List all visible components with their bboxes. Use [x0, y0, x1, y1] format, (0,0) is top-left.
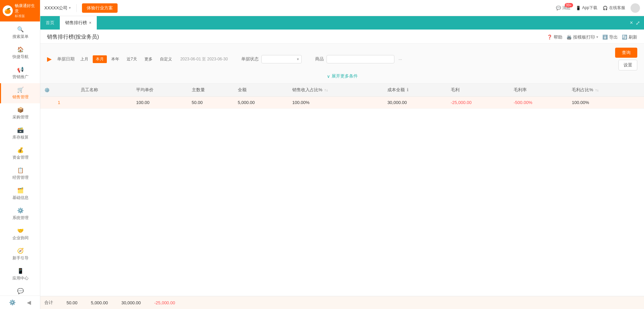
goods-dots[interactable]: ···	[398, 57, 402, 62]
print-icon: 🖨️	[566, 35, 572, 40]
sidebar: 🍊 畅康通好生意 标准版 🔍 搜索菜单 🏠 快捷导航 📢 营销推广 🛒 销售管理…	[0, 0, 40, 309]
page-actions: ❓ 帮助 🖨️ 按模板打印 ▾ ⬇️ 导出 🔄 刷新	[547, 34, 637, 40]
sidebar-item-wechat[interactable]: 💬 企业微信	[0, 285, 40, 296]
export-icon: ⬇️	[602, 35, 608, 40]
td-name	[77, 97, 132, 109]
td-gross: -25,000.00	[447, 97, 510, 109]
tabbar: 首页 销售排行榜 × × ⤢	[40, 16, 644, 30]
sort-icon: ↑↓	[324, 88, 328, 92]
table-footer: 合计 50.00 5,000.00 30,000.00 -25,000.00	[40, 296, 644, 309]
restore-window-icon[interactable]: ⤢	[636, 20, 640, 26]
tab-home-label: 首页	[46, 20, 54, 26]
message-button[interactable]: 💬 消息 99+	[556, 5, 570, 11]
td-total: 5,000.00	[234, 97, 288, 109]
filter-expand-arrow[interactable]: ▶	[47, 55, 52, 63]
filter-area: ▶ 单据日期 上月 本月 本年	[40, 44, 644, 84]
collapse-icon[interactable]: ◀	[27, 299, 31, 306]
purchase-icon: 📦	[17, 107, 24, 113]
message-icon: 💬	[556, 6, 561, 10]
sidebar-item-enterprise[interactable]: 🤝 企业协同	[0, 224, 40, 244]
th-avg-price: 平均单价	[132, 84, 187, 97]
help-button[interactable]: ❓ 帮助	[547, 34, 562, 40]
th-name: 员工名称	[77, 84, 132, 97]
footer-label: 合计	[44, 300, 53, 306]
query-button[interactable]: 查询	[615, 48, 637, 58]
th-rank	[54, 84, 77, 97]
system-icon: ⚙️	[17, 207, 24, 214]
app-download-button[interactable]: 📱 App下载	[576, 5, 597, 11]
settings-button[interactable]: 设置	[618, 60, 637, 70]
date-tab-more[interactable]: 更多	[141, 55, 156, 63]
td-sales-pct: 100.00%	[288, 97, 383, 109]
date-tab-last-month[interactable]: 上月	[77, 55, 91, 63]
cost-help-icon[interactable]: ℹ	[407, 87, 409, 92]
sidebar-item-label: 企业协同	[12, 235, 29, 241]
sidebar-item-inventory[interactable]: 🗃️ 库存核算	[0, 123, 40, 144]
home-icon: 🏠	[17, 46, 24, 53]
inner-page: 销售排行榜(按业务员) ❓ 帮助 🖨️ 按模板打印 ▾ ⬇️ 导出	[40, 30, 644, 309]
status-filter-group: 单据状态	[241, 55, 302, 63]
sidebar-item-sales[interactable]: 🛒 销售管理	[0, 83, 40, 103]
date-tabs: 上月 本月 本年 近7天 更多	[77, 55, 175, 63]
logo-text: 畅康通好生意	[15, 3, 37, 14]
topbar-right: 💬 消息 99+ 📱 App下载 🎧 在线客服	[556, 3, 640, 13]
page-header: 销售排行榜(按业务员) ❓ 帮助 🖨️ 按模板打印 ▾ ⬇️ 导出	[40, 30, 644, 44]
company-selector[interactable]: XXXXX公司 ▾	[44, 5, 71, 11]
service-button[interactable]: 🎧 在线客服	[603, 5, 625, 11]
sidebar-item-apps[interactable]: 📱 应用中心	[0, 264, 40, 285]
date-tab-7days[interactable]: 近7天	[124, 55, 140, 63]
td-gross-rate: -500.00%	[510, 97, 568, 109]
guide-icon: 🧭	[17, 248, 24, 254]
sidebar-item-label: 营销推广	[12, 74, 29, 80]
close-window-icon[interactable]: ×	[630, 20, 633, 26]
sidebar-item-label: 库存核算	[12, 135, 29, 140]
refresh-button[interactable]: 🔄 刷新	[622, 34, 637, 40]
sidebar-item-quick[interactable]: 🏠 快捷导航	[0, 43, 40, 63]
inventory-icon: 🗃️	[17, 127, 24, 133]
tab-sales-rank[interactable]: 销售排行榜 ×	[60, 16, 97, 30]
th-cost: 成本全额 ℹ	[383, 84, 446, 97]
app-icon: 📱	[576, 6, 581, 10]
sidebar-item-search[interactable]: 🔍 搜索菜单	[0, 23, 40, 43]
trial-button[interactable]: 体验行业方案	[82, 3, 118, 13]
sidebar-item-basic[interactable]: 🗂️ 基础信息	[0, 184, 40, 204]
sidebar-item-purchase[interactable]: 📦 采购管理	[0, 103, 40, 123]
goods-input[interactable]	[327, 55, 394, 63]
footer-gross: -25,000.00	[154, 300, 175, 305]
expand-down-icon: ∨	[327, 74, 330, 79]
sidebar-item-operations[interactable]: 📋 经营管理	[0, 164, 40, 184]
refresh-icon: 🔄	[622, 35, 627, 40]
sidebar-item-label: 采购管理	[12, 114, 29, 120]
tab-home[interactable]: 首页	[40, 16, 60, 30]
basic-icon: 🗂️	[17, 187, 24, 194]
date-range-display: 2023-06-01 至 2023-06-30	[180, 56, 228, 62]
export-button[interactable]: ⬇️ 导出	[602, 34, 618, 40]
status-select[interactable]	[261, 55, 302, 63]
settings-footer-icon[interactable]: ⚙️	[9, 299, 16, 306]
date-tab-this-month[interactable]: 本月	[93, 55, 107, 63]
date-tab-this-year[interactable]: 本年	[108, 55, 122, 63]
sidebar-nav: 🔍 搜索菜单 🏠 快捷导航 📢 营销推广 🛒 销售管理 📦 采购管理 🗃️ 库存…	[0, 21, 40, 296]
td-rank: 1	[54, 97, 77, 109]
logo-icon: 🍊	[3, 5, 13, 16]
tab-sales-rank-label: 销售排行榜	[65, 20, 87, 26]
sidebar-item-finance[interactable]: 💰 资金管理	[0, 144, 40, 164]
avatar[interactable]	[631, 3, 640, 13]
sidebar-item-system[interactable]: ⚙️ 系统管理	[0, 204, 40, 224]
template-print-button[interactable]: 🖨️ 按模板打印 ▾	[566, 34, 598, 40]
sidebar-item-guide[interactable]: 🧭 新手引导	[0, 244, 40, 264]
expand-more-button[interactable]: ∨ 展开更多条件	[327, 73, 358, 79]
logo-sub: 标准版	[15, 14, 37, 18]
tab-close-icon[interactable]: ×	[89, 20, 91, 25]
sidebar-logo: 🍊 畅康通好生意 标准版	[0, 0, 40, 21]
date-filter-group: 单据日期 上月 本月 本年 近7天	[57, 55, 175, 63]
sales-icon: 🛒	[17, 87, 24, 93]
goods-filter-label: 商品	[315, 56, 324, 62]
th-gross: 毛利	[447, 84, 510, 97]
main-area: XXXXX公司 ▾ 体验行业方案 💬 消息 99+ 📱 App下载 🎧 在线客服	[40, 0, 644, 309]
date-tab-custom[interactable]: 自定义	[157, 55, 175, 63]
sidebar-item-marketing[interactable]: 📢 营销推广	[0, 63, 40, 83]
enterprise-icon: 🤝	[17, 227, 24, 234]
footer-total: 5,000.00	[91, 300, 108, 305]
goods-filter-group: 商品 ···	[315, 55, 402, 63]
